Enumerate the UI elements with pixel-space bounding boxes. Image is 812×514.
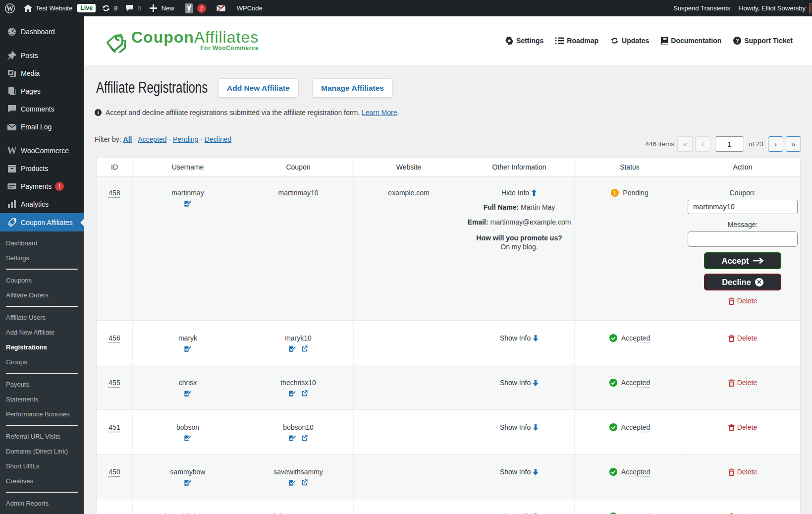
svg-text:W: W	[6, 4, 13, 12]
svg-text:W: W	[7, 146, 17, 156]
svg-text:?: ?	[736, 38, 739, 44]
